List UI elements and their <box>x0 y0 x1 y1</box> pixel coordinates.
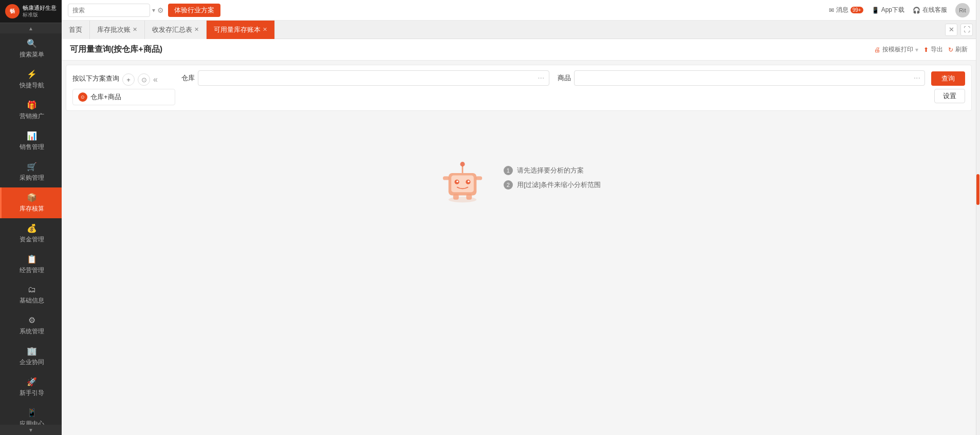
gear-icon[interactable]: ⚙ <box>157 6 164 14</box>
sidebar-item-label: 应用中心 <box>20 420 44 425</box>
tab-close-icon[interactable]: ✕ <box>194 26 199 33</box>
search-icon: 🔍 <box>27 39 37 48</box>
warehouse-more-icon[interactable]: ··· <box>538 73 544 83</box>
sidebar-item-finance[interactable]: 💰资金管理 <box>0 218 62 249</box>
print-label: 按模板打印 <box>882 45 913 54</box>
app-icon: 📱 <box>872 7 879 14</box>
sidebar-scroll-down[interactable]: ▼ <box>0 425 62 435</box>
empty-state: 1 请先选择要分析的方案 2 用[过滤]条件来缩小分析范围 <box>62 111 976 244</box>
tab-close-icon[interactable]: ✕ <box>133 26 137 33</box>
collapse-btn[interactable]: « <box>153 75 158 84</box>
scheme-icon: ⊙ <box>78 92 87 102</box>
tab-batch[interactable]: 库存批次账✕ <box>90 21 145 39</box>
sidebar-item-operation[interactable]: 📋经营管理 <box>0 249 62 280</box>
sidebar-item-label: 资金管理 <box>20 235 44 244</box>
operation-icon: 📋 <box>27 254 37 264</box>
sidebar-item-sales[interactable]: 📊销售管理 <box>0 126 62 157</box>
search-input[interactable] <box>68 4 150 17</box>
sidebar-title: 畅康通好生意 <box>23 4 57 11</box>
sidebar-item-label: 企业协同 <box>20 358 44 367</box>
product-input[interactable]: ··· <box>574 70 926 86</box>
sidebar-item-label: 库存核算 <box>20 204 44 213</box>
sidebar-subtitle: 标准版 <box>23 11 57 18</box>
sidebar-item-marketing[interactable]: 🎁营销推广 <box>0 95 62 126</box>
warehouse-field: 仓库 ··· <box>181 70 549 86</box>
query-actions: 查询 设置 <box>931 70 965 103</box>
sidebar-item-label: 系统管理 <box>20 327 44 336</box>
message-item[interactable]: ✉ 消息 99+ <box>829 6 863 14</box>
add-scheme-btn[interactable]: + <box>122 73 135 86</box>
sidebar-item-enterprise[interactable]: 🏢企业协同 <box>0 341 62 372</box>
app-download-item[interactable]: 📱 App下载 <box>872 6 904 14</box>
warehouse-label: 仓库 <box>181 73 195 83</box>
filter-row-1: 仓库 ··· 商品 ··· <box>181 70 925 86</box>
print-action[interactable]: 🖨 按模板打印 ▾ <box>874 45 918 54</box>
sidebar-item-label: 基础信息 <box>20 296 44 305</box>
basic-icon: 🗂 <box>28 285 36 294</box>
tab-close-icon[interactable]: ✕ <box>263 26 267 33</box>
sidebar-item-label: 快捷导航 <box>20 81 44 90</box>
online-service-label: 在线客服 <box>922 6 947 14</box>
empty-tips: 1 请先选择要分析的方案 2 用[过滤]条件来缩小分析范围 <box>504 166 601 190</box>
scheme-label: 仓库+商品 <box>90 92 121 102</box>
topbar: ▾ ⚙ 体验行业方案 ✉ 消息 99+ 📱 App下载 🎧 在线客服 Rit <box>62 0 976 21</box>
headset-icon: 🎧 <box>913 7 920 14</box>
avatar: Rit <box>955 3 970 17</box>
scheme-settings-btn[interactable]: ⊙ <box>138 73 150 86</box>
print-chevron-icon: ▾ <box>915 46 918 53</box>
refresh-action[interactable]: ↻ 刷新 <box>948 45 968 54</box>
product-more-icon[interactable]: ··· <box>914 73 920 83</box>
guide-icon: 🚀 <box>27 377 37 387</box>
sidebar-item-apps[interactable]: 📱应用中心 <box>0 403 62 425</box>
tab-summary[interactable]: 收发存汇总表✕ <box>145 21 207 39</box>
sidebar-item-inventory[interactable]: 📦库存核算 <box>0 187 62 218</box>
close-tab-btn[interactable]: ✕ <box>945 24 957 36</box>
sidebar-item-guide[interactable]: 🚀新手引导 <box>0 372 62 403</box>
svg-rect-9 <box>443 176 450 180</box>
topbar-right: ✉ 消息 99+ 📱 App下载 🎧 在线客服 Rit <box>829 3 970 17</box>
product-field: 商品 ··· <box>558 70 926 86</box>
sidebar-item-label: 搜索菜单 <box>20 50 44 59</box>
sidebar-item-basic[interactable]: 🗂基础信息 <box>0 280 62 310</box>
sidebar-item-purchase[interactable]: 🛒采购管理 <box>0 157 62 187</box>
sidebar-item-quick[interactable]: ⚡快捷导航 <box>0 64 62 95</box>
purchase-icon: 🛒 <box>27 162 37 172</box>
tab-available[interactable]: 可用量库存账本✕ <box>207 21 275 39</box>
industry-btn[interactable]: 体验行业方案 <box>168 4 220 17</box>
sidebar-item-search[interactable]: 🔍搜索菜单 <box>0 33 62 64</box>
tab-label: 库存批次账 <box>97 25 131 34</box>
tab-label: 可用量库存账本 <box>214 25 261 34</box>
export-action[interactable]: ⬆ 导出 <box>923 45 943 54</box>
query-button[interactable]: 查询 <box>931 71 965 86</box>
chevron-down-icon[interactable]: ▾ <box>152 7 155 14</box>
scheme-item-warehouse-product[interactable]: ⊙ 仓库+商品 <box>73 89 175 105</box>
maximize-tab-btn[interactable]: ⛶ <box>960 24 973 36</box>
filter-panel: 按以下方案查询 + ⊙ « ⊙ 仓库+商品 仓库 <box>66 65 972 111</box>
apps-icon: 📱 <box>27 408 37 418</box>
scrollbar-thumb <box>976 174 979 205</box>
filter-actions: + ⊙ « <box>122 73 158 86</box>
quick-icon: ⚡ <box>27 69 37 79</box>
right-scrollbar[interactable] <box>976 0 980 435</box>
online-service-item[interactable]: 🎧 在线客服 <box>913 6 947 14</box>
page-header-actions: 🖨 按模板打印 ▾ ⬆ 导出 ↻ 刷新 <box>874 45 968 54</box>
sidebar-item-label: 采购管理 <box>20 174 44 182</box>
sales-icon: 📊 <box>27 131 37 141</box>
page-header: 可用量查询(按仓库+商品) 🖨 按模板打印 ▾ ⬆ 导出 ↻ 刷新 <box>62 39 976 61</box>
settings-button[interactable]: 设置 <box>934 89 965 103</box>
message-label: 消息 <box>836 6 848 14</box>
app-download-label: App下载 <box>881 6 904 14</box>
sidebar-item-label: 营销推广 <box>20 112 44 121</box>
tab-home[interactable]: 首页 <box>62 21 90 39</box>
warehouse-input[interactable]: ··· <box>198 70 549 86</box>
user-avatar-item[interactable]: Rit <box>955 3 970 17</box>
svg-point-0 <box>449 197 477 202</box>
sidebar-item-system[interactable]: ⚙系统管理 <box>0 310 62 341</box>
svg-rect-2 <box>451 175 474 192</box>
sidebar-scroll-up[interactable]: ▲ <box>0 23 62 33</box>
main-area: ▾ ⚙ 体验行业方案 ✉ 消息 99+ 📱 App下载 🎧 在线客服 Rit <box>62 0 976 435</box>
filter-scheme-list: ⊙ 仓库+商品 <box>72 89 175 105</box>
sidebar-logo: 畅 <box>5 4 20 18</box>
enterprise-icon: 🏢 <box>27 346 37 356</box>
svg-rect-11 <box>453 194 459 200</box>
